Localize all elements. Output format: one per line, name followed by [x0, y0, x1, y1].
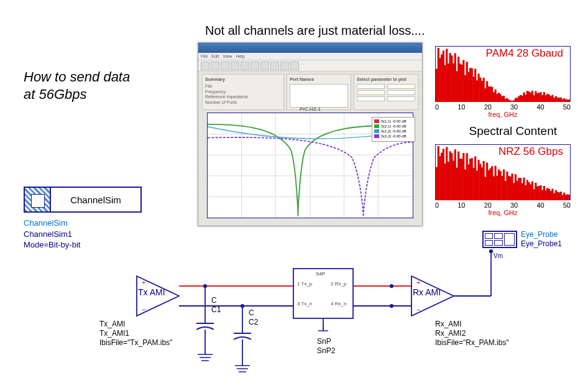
svg-rect-18 — [451, 55, 452, 102]
svg-rect-150 — [538, 186, 540, 200]
s4p-title: S4P — [316, 271, 325, 277]
eye-probe-params: Eye_Probe Eye_Probe1 — [521, 230, 562, 249]
svg-rect-23 — [459, 63, 461, 102]
svg-text:−: − — [416, 306, 420, 313]
tx-ami-comp-label: Tx AMI — [138, 287, 165, 297]
svg-rect-147 — [533, 189, 535, 200]
svg-rect-135 — [513, 183, 515, 200]
channelsim-icon — [25, 188, 51, 211]
spectrum-pam4-title: PAM4 28 Gbaud — [486, 47, 563, 60]
channelsim-block-label: ChannelSim — [51, 188, 140, 211]
svg-rect-155 — [546, 188, 548, 200]
vm-label: Vm — [494, 252, 503, 261]
svg-rect-50 — [505, 99, 507, 102]
svg-rect-158 — [551, 189, 553, 201]
svg-rect-10 — [438, 48, 439, 102]
svg-text:+: + — [142, 279, 145, 286]
svg-point-185 — [390, 305, 393, 307]
svg-rect-55 — [513, 100, 515, 102]
svg-rect-130 — [505, 181, 507, 200]
spectral-content-label: Spectral Content — [469, 124, 557, 138]
svg-rect-95 — [446, 147, 448, 200]
svg-rect-167 — [567, 194, 569, 200]
s4p-p4: 4 Rx_n — [331, 301, 346, 307]
svg-rect-38 — [484, 88, 486, 102]
svg-rect-15 — [446, 48, 448, 102]
eye-probe-icon — [482, 231, 517, 248]
eye-probe-block: Eye_Probe Eye_Probe1 — [482, 230, 562, 249]
svg-point-175 — [490, 250, 492, 252]
svg-rect-58 — [518, 96, 520, 103]
channelsim-mode: Mode=Bit-by-bit — [24, 239, 80, 251]
svg-point-183 — [241, 305, 244, 307]
svg-rect-67 — [533, 95, 535, 102]
s4p-p3: 3 Tx_n — [297, 301, 312, 307]
page-title: How to send dataat 56Gbps — [24, 68, 130, 103]
svg-rect-118 — [484, 177, 486, 200]
svg-rect-90 — [438, 146, 439, 200]
simwin-plot: PrC.HZ-1 S(1,1) -0.00 dB S(2,1) -0.00 dB… — [207, 113, 413, 218]
tx-ami-params: Tx_AMI Tx_AMI1 IbisFile="Tx_PAM.ibs" — [99, 320, 172, 348]
svg-rect-43 — [493, 92, 495, 102]
svg-rect-30 — [471, 68, 473, 102]
svg-rect-26 — [464, 75, 466, 102]
svg-rect-103 — [459, 159, 461, 200]
svg-rect-88 — [568, 99, 570, 102]
svg-rect-62 — [525, 95, 526, 102]
snp-params: SnP SnP2 — [317, 337, 335, 356]
svg-point-180 — [204, 285, 206, 287]
svg-rect-123 — [493, 176, 495, 200]
page-subtitle: Not all channels are just material loss.… — [205, 24, 425, 38]
svg-rect-47 — [500, 94, 502, 102]
spectrum-nrz: NRZ 56 Gbps 0 10 20 30 40 50 freq, GHz — [435, 144, 571, 216]
svg-rect-106 — [464, 169, 466, 200]
svg-rect-34 — [477, 73, 479, 102]
spectrum-nrz-title: NRZ 56 Gbps — [498, 146, 563, 158]
svg-text:+: + — [416, 279, 420, 286]
svg-rect-87 — [567, 99, 569, 102]
spectrum-nrz-xlabel: freq, GHz — [435, 209, 571, 216]
svg-rect-75 — [546, 94, 548, 102]
rx-ami-params: Rx_AMI Rx_AMI2 IbisFile="Rx_PAM.ibs" — [435, 320, 509, 348]
spectrum-nrz-axis: 0 10 20 30 40 50 — [435, 200, 571, 209]
spectrum-pam4-axis: 0 10 20 30 40 50 — [435, 102, 571, 111]
svg-rect-82 — [558, 98, 560, 102]
channelsim-instance: ChannelSim1 — [24, 229, 80, 240]
channelsim-block: ChannelSim — [24, 187, 142, 213]
svg-rect-127 — [500, 171, 502, 200]
spectrum-pam4-xlabel: freq, GHz — [435, 111, 571, 118]
rx-ami-comp-label: Rx AMI — [413, 287, 441, 297]
svg-rect-78 — [551, 95, 553, 102]
svg-rect-98 — [451, 153, 452, 200]
svg-rect-110 — [471, 158, 473, 200]
svg-rect-138 — [518, 178, 520, 200]
s4p-p2: 2 Rx_p — [331, 281, 346, 287]
simwin-legend: S(1,1) -0.00 dB S(2,1) -0.00 dB S(1,2) -… — [372, 117, 415, 142]
channelsim-type: ChannelSim — [24, 218, 80, 229]
svg-rect-142 — [525, 185, 526, 200]
simwin-panel-ports: Port Names — [287, 74, 351, 110]
simulator-window: File Edit View Help Summary File Frequen… — [198, 42, 423, 226]
svg-rect-162 — [558, 192, 560, 200]
s4p-p1: 1 Tx_p — [297, 281, 312, 287]
simwin-titlebar — [198, 43, 422, 53]
schematic-diagram: + − + − Tx AMI Rx AMI Tx_AMI Tx_AMI1 Ibi… — [118, 257, 541, 382]
svg-text:−: − — [142, 306, 145, 313]
c1-label: C C1 — [211, 296, 221, 315]
spectrum-pam4: PAM4 28 Gbaud 0 10 20 30 40 50 freq, GHz — [435, 46, 571, 118]
svg-point-184 — [390, 285, 393, 287]
svg-rect-168 — [568, 195, 570, 200]
title-text: How to send dataat 56Gbps — [24, 69, 130, 102]
svg-rect-70 — [538, 93, 540, 102]
c2-label: C C2 — [249, 308, 258, 327]
channelsim-params: ChannelSim ChannelSim1 Mode=Bit-by-bit — [24, 218, 80, 251]
simwin-panel-summary: Summary File Frequency Reference Impedan… — [202, 74, 284, 110]
simwin-toolbar — [198, 60, 422, 72]
simwin-menubar: File Edit View Help — [198, 53, 422, 60]
svg-rect-114 — [477, 160, 479, 200]
simwin-panel-select: Select parameter to plot — [354, 74, 418, 110]
